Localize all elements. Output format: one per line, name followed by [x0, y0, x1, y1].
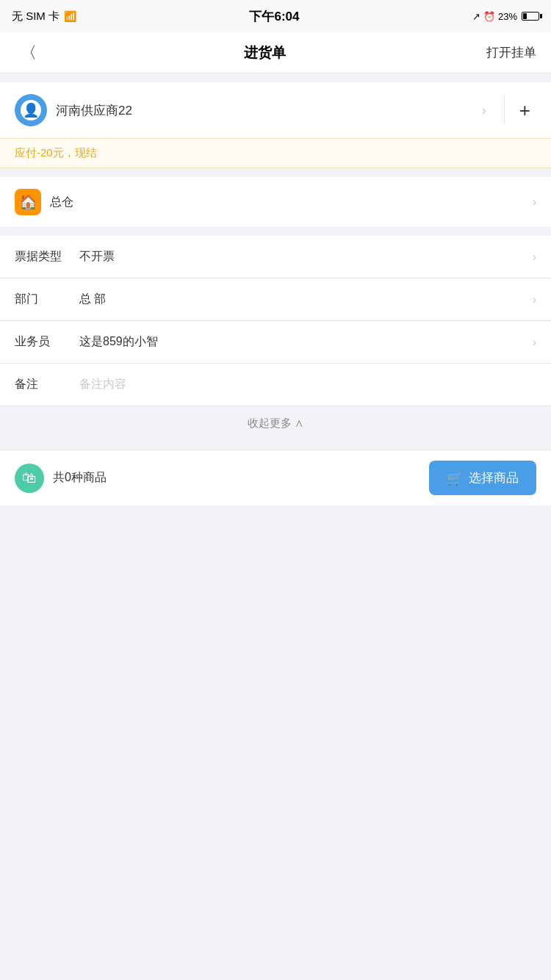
supplier-name: 河南供应商22 [56, 102, 132, 119]
product-bag-icon: 🛍 [15, 464, 44, 493]
warehouse-icon: 🏠 [15, 189, 41, 215]
section-gap-2 [0, 168, 551, 177]
select-product-icon: 🛒 [447, 470, 463, 486]
location-icon: ↗ [472, 11, 480, 22]
salesperson-value: 这是859的小智 [73, 334, 527, 350]
status-time: 下午6:04 [249, 8, 299, 25]
invoice-type-chevron-icon: › [533, 251, 536, 264]
bottom-toolbar: 🛍 共0种商品 🛒 选择商品 [0, 450, 551, 505]
department-value: 总 部 [73, 292, 527, 307]
avatar-inner: 👤 [21, 100, 41, 120]
supplier-row[interactable]: 👤 河南供应商22 › + [0, 82, 551, 138]
form-section: 票据类型 不开票 › 部门 总 部 › 业务员 这是859的小智 › 备注 备注… [0, 236, 551, 406]
invoice-type-label: 票据类型 [15, 249, 73, 264]
section-gap-1 [0, 73, 551, 82]
battery-icon [522, 12, 539, 21]
select-product-button[interactable]: 🛒 选择商品 [429, 461, 536, 495]
supplier-chevron-icon: › [482, 103, 486, 118]
back-button[interactable]: 〈 [15, 36, 43, 70]
warehouse-name: 总仓 [50, 195, 524, 210]
remark-row[interactable]: 备注 备注内容 [0, 364, 551, 406]
invoice-type-row[interactable]: 票据类型 不开票 › [0, 236, 551, 278]
warehouse-section: 🏠 总仓 › [0, 177, 551, 227]
status-right: ↗ ⏰ 23% [472, 11, 539, 22]
nav-bar: 〈 进货单 打开挂单 [0, 32, 551, 73]
wifi-icon: 📶 [64, 10, 76, 22]
select-product-label: 选择商品 [469, 469, 519, 486]
section-gap-3 [0, 227, 551, 236]
page-title: 进货单 [244, 43, 286, 62]
remark-label: 备注 [15, 377, 73, 392]
supplier-avatar: 👤 [15, 94, 47, 126]
product-count-text: 共0种商品 [53, 470, 107, 486]
person-icon: 👤 [23, 102, 39, 118]
salesperson-label: 业务员 [15, 334, 73, 350]
house-icon: 🏠 [19, 193, 37, 211]
department-label: 部门 [15, 292, 73, 307]
battery-percent: 23% [498, 11, 517, 22]
collapse-row[interactable]: 收起更多 ∧ [0, 406, 551, 441]
supplier-left: 👤 河南供应商22 [15, 94, 482, 126]
collapse-label: 收起更多 ∧ [248, 417, 303, 429]
open-pending-button[interactable]: 打开挂单 [486, 44, 536, 61]
main-content-bg [0, 505, 551, 980]
remark-value: 备注内容 [73, 377, 536, 392]
product-count-left: 🛍 共0种商品 [15, 464, 107, 493]
section-gap-4 [0, 441, 551, 450]
status-bar: 无 SIM 卡 📶 下午6:04 ↗ ⏰ 23% [0, 0, 551, 32]
add-supplier-button[interactable]: + [504, 96, 536, 125]
notice-banner: 应付-20元，现结 [0, 138, 551, 168]
salesperson-row[interactable]: 业务员 这是859的小智 › [0, 321, 551, 364]
department-chevron-icon: › [533, 293, 536, 306]
supplier-section: 👤 河南供应商22 › + 应付-20元，现结 [0, 82, 551, 168]
alarm-icon: ⏰ [483, 11, 495, 22]
department-row[interactable]: 部门 总 部 › [0, 278, 551, 321]
notice-text: 应付-20元，现结 [15, 146, 97, 159]
salesperson-chevron-icon: › [533, 336, 536, 349]
bag-icon: 🛍 [22, 469, 37, 486]
status-left: 无 SIM 卡 📶 [12, 10, 76, 24]
sim-label: 无 SIM 卡 [12, 10, 60, 24]
warehouse-row[interactable]: 🏠 总仓 › [0, 177, 551, 227]
warehouse-chevron-icon: › [533, 195, 536, 209]
invoice-type-value: 不开票 [73, 249, 527, 264]
